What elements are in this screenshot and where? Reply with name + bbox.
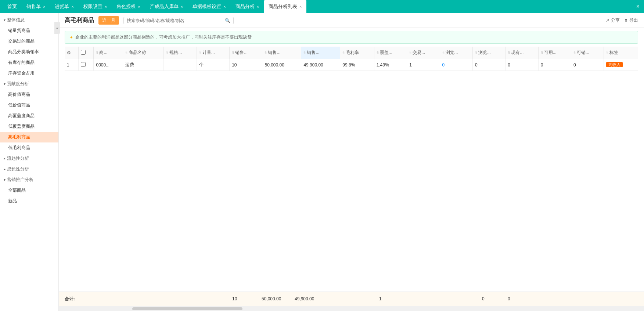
col-unit[interactable]: ⇅ 计量... [197, 47, 229, 59]
col-available[interactable]: ⇅ 可用... [538, 47, 571, 59]
col-name[interactable]: ⇅ 商品名称 [123, 47, 164, 59]
col-browse2[interactable]: ⇅ 浏览... [472, 47, 505, 59]
nav-home[interactable]: 首页 [3, 0, 21, 13]
cell-checkbox[interactable] [78, 59, 93, 71]
col-sales-amount[interactable]: ⇅ 销售... [262, 47, 301, 59]
close-product-analysis-list-icon[interactable]: × [299, 4, 302, 9]
close-purchase-icon[interactable]: × [71, 4, 73, 9]
sidebar-group-marketing[interactable]: ▾ 营销推广分析 [0, 174, 58, 185]
close-roles-icon[interactable]: × [138, 4, 140, 9]
sidebar-group-contribution[interactable]: ▾ 贡献度分析 [0, 79, 58, 89]
nav-product-inbound[interactable]: 产成品入库单 × [145, 0, 187, 13]
close-template-icon[interactable]: × [223, 4, 226, 9]
footer-browse1 [403, 295, 428, 303]
sidebar-item-low-value[interactable]: 低价值商品 [0, 100, 58, 111]
footer-browse2 [428, 295, 454, 303]
sort-icon-stock: ⇅ [508, 51, 510, 54]
sort-icon-sales-amount: ⇅ [265, 51, 267, 54]
sidebar-item-new-goods[interactable]: 新品 [0, 196, 58, 206]
footer-sales-qty: 10 [230, 295, 259, 303]
cell-coverage: 1.49% [374, 59, 407, 71]
share-icon: ↗ [606, 18, 609, 23]
row-checkbox[interactable] [81, 62, 86, 67]
sidebar-item-low-margin[interactable]: 低毛利商品 [0, 142, 58, 153]
search-icon[interactable]: 🔍 [225, 18, 230, 23]
col-gross-rate[interactable]: ⇅ 毛利率 [340, 47, 374, 59]
cell-available: 0 [538, 59, 571, 71]
sidebar-item-traded-goods[interactable]: 交易过的商品 [0, 36, 58, 47]
sort-icon-sales-qty: ⇅ [232, 51, 234, 54]
sort-icon-tx: ⇅ [409, 51, 412, 54]
col-tag[interactable]: ⇅ 标签 [604, 47, 638, 59]
sidebar-toggle[interactable]: « [54, 22, 60, 34]
cell-code: 0000... [94, 59, 123, 71]
cell-sales-qty: 10 [230, 59, 262, 71]
export-button[interactable]: ⬆ 导出 [624, 17, 638, 23]
search-input[interactable] [127, 18, 225, 23]
cell-tag: 高收入 [604, 59, 638, 71]
settings-icon[interactable]: ⚙ [67, 50, 71, 55]
sidebar-item-high-coverage[interactable]: 高覆盖度商品 [0, 111, 58, 121]
footer-empty-9 [454, 295, 480, 303]
nav-product-analysis-list[interactable]: 商品分析列表 × [264, 0, 306, 13]
col-sales-net[interactable]: ⇅ 销售... [301, 47, 340, 59]
close-product-inbound-icon[interactable]: × [181, 4, 183, 9]
info-banner: ✦ 企业的主要的利润都是这部分商品创造的，可考虑加大推广，同时关注库存是不要出现… [65, 31, 638, 44]
footer-label: 合计: [65, 296, 75, 302]
nav-roles[interactable]: 角色授权 × [112, 0, 144, 13]
sidebar-item-sales-goods[interactable]: 销量货商品 [0, 25, 58, 36]
arrow-down-icon: ▾ [4, 18, 6, 22]
sort-icon-name: ⇅ [125, 51, 128, 54]
cell-gross-rate: 99.8% [340, 59, 374, 71]
cell-sales-net: 49,900.00 [301, 59, 340, 71]
col-sellable[interactable]: ⇅ 可销... [571, 47, 604, 59]
col-current-stock[interactable]: ⇅ 现有... [506, 47, 538, 59]
table-footer: 合计: 10 50,000.00 49,900.00 1 0 0 [59, 292, 644, 306]
close-product-analysis-icon[interactable]: × [257, 4, 259, 9]
sidebar-item-low-coverage[interactable]: 低覆盖度商品 [0, 121, 58, 132]
cell-spec [164, 59, 197, 71]
sidebar-group-growth[interactable]: ▸ 成长性分析 [0, 164, 58, 174]
sidebar-group-trend[interactable]: ▸ 流趋性分析 [0, 153, 58, 164]
sidebar-group-overall[interactable]: ▾ 整体信息 [0, 15, 58, 25]
sidebar-item-all-goods[interactable]: 全部商品 [0, 185, 58, 196]
nav-purchase[interactable]: 进货单 × [50, 0, 78, 13]
col-browse1[interactable]: ⇅ 浏览... [440, 47, 472, 59]
table-container[interactable]: ⚙ ⇅ 商... [59, 47, 644, 292]
sidebar-item-category-sales-rate[interactable]: 商品分类助销率 [0, 47, 58, 57]
nav-template-settings[interactable]: 单据模板设置 × [188, 0, 230, 13]
sort-icon-browse2: ⇅ [475, 51, 478, 54]
col-transactions[interactable]: ⇅ 交易... [407, 47, 440, 59]
top-nav: 首页 销售单 × 进货单 × 权限设置 × 角色授权 × 产成品入库单 × 单据… [0, 0, 644, 13]
footer-empty-6 [208, 295, 230, 303]
col-sales-qty[interactable]: ⇅ 销售... [230, 47, 262, 59]
window-close-button[interactable]: × [635, 2, 641, 11]
nav-product-analysis[interactable]: 商品分析 × [231, 0, 263, 13]
main-layout: « ▾ 整体信息 销量货商品 交易过的商品 商品分类助销率 有库存的商品 库存资… [0, 13, 644, 311]
sidebar-item-high-margin[interactable]: 高毛利商品 [0, 132, 58, 142]
nav-permissions[interactable]: 权限设置 × [79, 0, 111, 13]
page-title: 高毛利商品 [65, 17, 94, 24]
footer-available: 0 [480, 295, 506, 303]
nav-sales[interactable]: 销售单 × [22, 0, 50, 13]
col-coverage[interactable]: ⇅ 覆盖... [374, 47, 407, 59]
sidebar-item-in-stock-goods[interactable]: 有库存的商品 [0, 57, 58, 68]
col-checkbox-header [78, 47, 93, 59]
col-code[interactable]: ⇅ 商... [94, 47, 123, 59]
close-sales-icon[interactable]: × [43, 4, 45, 9]
sidebar-item-inventory-capital[interactable]: 库存资金占用 [0, 68, 58, 79]
cell-browse2: 0 [472, 59, 505, 71]
scroll-thumb[interactable] [132, 307, 242, 310]
share-button[interactable]: ↗ 分享 [606, 17, 620, 23]
filter-month-button[interactable]: 近一月 [98, 16, 119, 25]
cell-current-stock: 0 [506, 59, 538, 71]
sort-icon-coverage: ⇅ [377, 51, 379, 54]
table-header-row: ⚙ ⇅ 商... [65, 47, 638, 59]
cell-browse1[interactable]: 0 [440, 59, 472, 71]
col-spec[interactable]: ⇅ 规格... [164, 47, 197, 59]
horizontal-scrollbar[interactable] [59, 306, 644, 311]
sidebar-item-high-value[interactable]: 高价值商品 [0, 89, 58, 100]
close-permissions-icon[interactable]: × [105, 4, 107, 9]
select-all-checkbox[interactable] [81, 50, 86, 55]
footer-empty-7 [325, 295, 351, 303]
